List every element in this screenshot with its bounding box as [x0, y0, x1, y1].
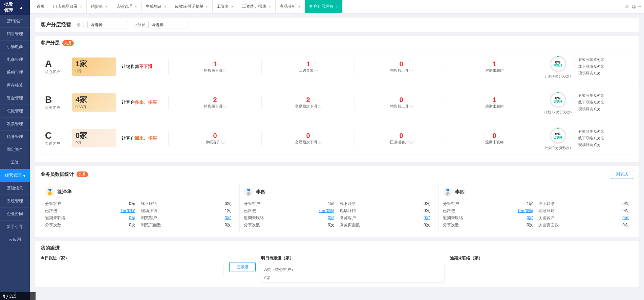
tier-B-stat-0[interactable]: 2 销售额下滑 ⓘ [168, 95, 261, 110]
stat-val-link[interactable]: 0家 [328, 215, 334, 221]
tab-home[interactable]: 首页 [33, 0, 49, 14]
info-icon[interactable]: ⓘ [318, 140, 321, 145]
sidebar-item-xinshou[interactable]: 新手引导 [0, 221, 30, 233]
tier-A-stat-0[interactable]: 1 销售额下滑 ⓘ [168, 59, 261, 74]
sidebar-item-jichu[interactable]: 基础信息 [0, 182, 30, 195]
tab-close-icon[interactable]: ✕ [134, 5, 137, 8]
stat-val-link[interactable]: 0家 [527, 215, 533, 221]
info-icon[interactable]: ⓘ [601, 58, 604, 62]
info-icon[interactable]: ⓘ [409, 104, 413, 109]
info-icon[interactable]: ⓘ [223, 68, 227, 73]
tab-close-icon[interactable]: ✕ [80, 5, 82, 8]
tier-A-count-box[interactable]: 1家 0万 [72, 57, 116, 75]
minimize-window-icon[interactable]: − [638, 4, 641, 10]
tab-payable[interactable]: 应收应付调整单 ✕ [171, 0, 213, 14]
tier-row-B: B 重要客户 4家 0.53万 让客户多来、多买 2 销售额下滑 ⓘ [41, 86, 633, 119]
biz-stat-row: 已跟进 0家(0%) [244, 207, 334, 214]
tier-B-stat-2[interactable]: 0 销售额上升 ⓘ [355, 95, 448, 110]
info-icon[interactable]: ⓘ [318, 104, 321, 109]
tier-B-stat-1[interactable]: 2 交易频次下滑 ⓘ [261, 95, 355, 110]
right-stat-row: 线下联络 0次 ⓘ [578, 135, 625, 142]
tier-C-stat-2[interactable]: 0 已激活客户 ⓘ [355, 131, 448, 146]
sidebar-item-fapiao[interactable]: 发票管理 [0, 118, 30, 131]
tab-analysis[interactable]: 商品分析 ✕ [276, 0, 305, 14]
sidebar-item-caigou[interactable]: 采购管理 [0, 66, 30, 79]
tab-goods[interactable]: 门店商品目录 ✕ [49, 0, 87, 14]
tier-B-count-box[interactable]: 4家 0.53万 [72, 93, 116, 111]
info-icon[interactable]: ⓘ [223, 104, 227, 109]
sidebar-item-zongle[interactable]: 总账管理 [0, 105, 30, 118]
tab-close-icon[interactable]: ✕ [298, 5, 301, 8]
sidebar-item-gongzi[interactable]: 工资 [0, 156, 30, 169]
stat-val-link[interactable]: 1家(0%) [121, 208, 135, 214]
info-icon[interactable]: ⓘ [601, 130, 604, 133]
tab-close-icon[interactable]: ✕ [336, 5, 338, 8]
info-icon[interactable]: ⓘ [409, 140, 413, 145]
sidebar-item-xiaodian[interactable]: 小畅电商 [0, 41, 30, 53]
info-icon[interactable]: ⓘ [601, 65, 604, 68]
stat-num: 0 [451, 132, 538, 140]
sidebar-item-dianshang[interactable]: 电商管理 [0, 53, 30, 66]
tier-A-stat-2[interactable]: 0 销售额上升 ⓘ [355, 59, 448, 74]
tab-sales[interactable]: 销货单 ✕ [87, 0, 112, 14]
info-icon[interactable]: ⓘ [601, 136, 604, 140]
sidebar-item-zijin[interactable]: 资金管理 [0, 92, 30, 105]
sidebar-item-xitong[interactable]: 系统管理 [0, 195, 30, 208]
info-icon[interactable]: ⓘ [409, 68, 413, 73]
tier-A-stat-1[interactable]: 1 回购异常 ⓘ [261, 59, 355, 74]
tier-A-stat-3[interactable]: 1 逾期未联络 [448, 59, 541, 74]
sidebar-item-yingxiao[interactable]: 营销推广 [0, 15, 30, 28]
sales-select[interactable]: 请选择 [148, 21, 189, 28]
list-view-button[interactable]: 列表式 [611, 170, 633, 179]
stat-val-link[interactable]: 0家(0%) [518, 208, 533, 214]
tab-close-icon[interactable]: ✕ [269, 5, 271, 8]
tier-C-stat-1[interactable]: 0 交易频次下滑 ⓘ [261, 131, 355, 146]
goto-btn-col: 去跟进 [229, 255, 256, 272]
more-filters-icon[interactable]: ··· [192, 22, 197, 27]
info-icon[interactable]: ⓘ [221, 140, 224, 145]
tab-salary[interactable]: 工资表 ✕ [213, 0, 238, 14]
stat-val: 0次 [622, 222, 629, 228]
tab-bar-end: ✕ ⧉ − [625, 3, 641, 10]
sidebar-item-shuiwu[interactable]: 税务管理 [0, 131, 30, 143]
today-followup-col: 今日跟进（家） [41, 255, 224, 277]
sidebar-item-kucun[interactable]: 库存核算 [0, 79, 30, 92]
tab-close-icon[interactable]: ✕ [105, 5, 108, 8]
goto-followup-button[interactable]: 去跟进 [229, 262, 256, 272]
stat-val-link[interactable]: 0家 [129, 215, 135, 221]
tab-close-icon[interactable]: ✕ [231, 5, 234, 8]
stat-val-link[interactable]: 0家 [424, 215, 430, 221]
sidebar-item-jingying[interactable]: 经营管理 ◀ [0, 169, 30, 182]
stat-val-link[interactable]: 0家(0%) [319, 208, 334, 214]
tier-C-count-box[interactable]: 0家 0万 [72, 129, 116, 147]
tier-B-stat-3[interactable]: 1 逾期未联络 [448, 95, 541, 110]
restore-window-icon[interactable]: ⧉ [632, 4, 636, 10]
sidebar-item-guding[interactable]: 固定资产 [0, 143, 30, 156]
stat-val: 1家 [527, 201, 533, 207]
tab-label: 工资表 [217, 4, 229, 9]
sidebar-item-xiaoshou[interactable]: 销售管理 [0, 28, 30, 41]
stat-label: 逾期未联络 [451, 104, 538, 109]
tab-customer[interactable]: 客户分层经营 ✕ [305, 0, 343, 14]
stat-val-link[interactable]: 0家 [622, 215, 629, 221]
stat-val-link[interactable]: 0家 [225, 215, 231, 221]
close-window-icon[interactable]: ✕ [625, 3, 629, 10]
sidebar-logo[interactable]: 批发管理 ▲ [0, 0, 30, 15]
info-icon[interactable]: ⓘ [601, 100, 604, 104]
tab-close-icon[interactable]: ✕ [206, 5, 208, 8]
sidebar-item-yun[interactable]: 云应用 [0, 233, 30, 246]
tab-salaryreport[interactable]: 工资统计报表 ✕ [238, 0, 276, 14]
dept-select[interactable]: 请选择 [87, 21, 128, 28]
tab-label: 客户分层经营 [309, 4, 334, 9]
stat-val: 1次 [225, 208, 231, 214]
tier-C-stat-0[interactable]: 0 休眠客户 ⓘ [168, 131, 261, 146]
circle-percent: 0% 已联络 [553, 96, 562, 103]
info-icon[interactable]: ⓘ [601, 94, 604, 97]
sidebar-item-qiye[interactable]: 企业协同 [0, 208, 30, 221]
tab-close-icon[interactable]: ✕ [164, 5, 167, 8]
tier-C-stat-3[interactable]: 0 逾期未联络 [448, 131, 541, 146]
tab-voucher[interactable]: 生成凭证 ✕ [142, 0, 171, 14]
stat-num: 0 [358, 60, 445, 68]
tab-store[interactable]: 店铺管理 ✕ [112, 0, 142, 14]
info-icon[interactable]: ⓘ [314, 68, 318, 73]
